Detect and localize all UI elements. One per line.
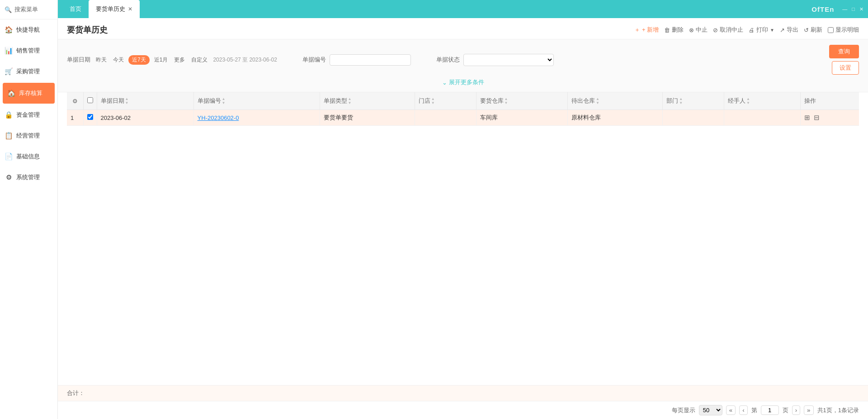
date-range-display: 2023-05-27 至 2023-06-02 (213, 56, 277, 64)
delete-button[interactable]: 🗑 删除 (664, 26, 684, 34)
tab-requisition-history[interactable]: 要货单历史 ✕ (89, 0, 140, 18)
cancel-stop-label: 取消中止 (720, 26, 743, 34)
per-page-select[interactable]: 50 20 100 (699, 405, 722, 415)
sidebar-search[interactable]: 🔍 搜索菜单 (0, 0, 57, 19)
finance-icon: 🔒 (5, 111, 13, 119)
sidebar-item-system[interactable]: ⚙系统管理 (0, 167, 57, 188)
sidebar-item-purchase[interactable]: 🛒采购管理 (0, 61, 57, 82)
first-page-btn[interactable]: « (726, 405, 736, 415)
print-label: 打印 (756, 26, 768, 34)
export-icon: ↗ (780, 27, 785, 33)
date-btn-1month[interactable]: 近1月 (152, 55, 170, 65)
tab-requisition-label: 要货单历史 (96, 5, 125, 13)
col-handler: 经手人 ▲▼ (724, 92, 800, 110)
cell-handler (724, 110, 800, 126)
sales-icon: 📊 (5, 47, 13, 55)
cell-doc-number[interactable]: YH-20230602-0 (193, 110, 320, 126)
page-label: 第 (751, 406, 757, 414)
window-minimize-btn[interactable]: — (842, 6, 847, 12)
cell-doc-type: 要货单要货 (320, 110, 415, 126)
print-icon: 🖨 (749, 27, 755, 33)
purchase-icon: 🛒 (5, 67, 13, 76)
sidebar-item-label: 快捷导航 (16, 26, 40, 34)
query-button[interactable]: 查询 (829, 45, 859, 58)
main-area: 首页 要货单历史 ✕ OfTEn — □ ✕ 要货单历史 ＋ + 新增 🗑 (58, 0, 868, 419)
system-icon: ⚙ (5, 173, 13, 181)
col-department: 部门 ▲▼ (663, 92, 724, 110)
stop-button[interactable]: ⊗ 中止 (689, 26, 708, 34)
row-edit-icon[interactable]: ⊞ (804, 114, 810, 122)
row-more-icon[interactable]: ⊟ (814, 114, 820, 122)
sidebar-item-quick-nav[interactable]: 🏠快捷导航 (0, 19, 57, 40)
export-button[interactable]: ↗ 导出 (780, 26, 798, 34)
sidebar-item-label: 经营管理 (16, 132, 40, 140)
refresh-icon: ↺ (804, 27, 809, 33)
status-select[interactable] (463, 54, 554, 66)
page-number-input[interactable] (761, 405, 779, 415)
sidebar-item-label: 资金管理 (16, 111, 40, 119)
show-detail-label: 显示明细 (835, 26, 859, 34)
brand-label: OfTEn (811, 5, 834, 13)
next-page-btn[interactable]: › (792, 405, 800, 415)
doc-number-input[interactable] (330, 54, 411, 66)
col-settings[interactable]: ⚙ (67, 92, 83, 110)
table-container: ⚙ 单据日期 ▲▼ 单据编号 (58, 92, 868, 385)
date-btn-7days[interactable]: 近7天 (128, 55, 150, 65)
refresh-button[interactable]: ↺ 刷新 (804, 26, 822, 34)
tab-home-label: 首页 (70, 5, 81, 13)
new-label: + 新增 (642, 26, 659, 34)
stop-icon: ⊗ (689, 27, 694, 33)
content-area: 要货单历史 ＋ + 新增 🗑 删除 ⊗ 中止 ⊘ 取消中止 (58, 18, 868, 419)
sidebar-item-label: 基础信息 (16, 152, 40, 161)
date-shortcuts: 昨天 今天 近7天 近1月 更多 自定义 (94, 55, 209, 65)
settings-button[interactable]: 设置 (832, 61, 859, 75)
search-icon: 🔍 (5, 6, 12, 13)
topbar: 首页 要货单历史 ✕ OfTEn — □ ✕ (58, 0, 868, 18)
refresh-label: 刷新 (811, 26, 822, 34)
sidebar-item-sales[interactable]: 📊销售管理 (0, 40, 57, 61)
tab-home[interactable]: 首页 (62, 0, 89, 18)
expand-more-label: 展开更多条件 (449, 78, 484, 86)
tab-close-icon[interactable]: ✕ (128, 6, 132, 12)
show-detail-checkbox[interactable] (828, 27, 834, 33)
pagination-bar: 每页显示 50 20 100 « ‹ 第 页 › » 共1页，1条记录 (58, 401, 868, 419)
window-maximize-btn[interactable]: □ (852, 6, 855, 12)
print-dropdown-icon[interactable]: ▼ (770, 28, 774, 33)
window-close-btn[interactable]: ✕ (859, 6, 863, 12)
cell-pending-warehouse: 原材料仓库 (567, 110, 662, 126)
sidebar-item-label: 采购管理 (16, 67, 40, 76)
status-filter-group: 单据状态 (436, 54, 554, 66)
table-row: 1 2023-06-02 YH-20230602-0 要货单要货 车间库 原材料… (67, 110, 859, 126)
cell-checkbox[interactable] (83, 110, 97, 126)
sidebar-search-label: 搜索菜单 (14, 5, 38, 14)
table-header-row: ⚙ 单据日期 ▲▼ 单据编号 (67, 92, 859, 110)
prev-page-btn[interactable]: ‹ (739, 405, 747, 415)
page-suffix: 页 (783, 406, 788, 414)
show-detail-toggle[interactable]: 显示明细 (828, 26, 859, 34)
date-btn-custom[interactable]: 自定义 (189, 55, 209, 65)
new-button[interactable]: ＋ + 新增 (634, 26, 659, 34)
main-table: ⚙ 单据日期 ▲▼ 单据编号 (67, 92, 859, 126)
sidebar-item-inventory[interactable]: 🏠库存核算 (3, 83, 55, 104)
filter-area: 单据日期 昨天 今天 近7天 近1月 更多 自定义 2023-05-27 至 2… (58, 39, 868, 92)
sidebar-item-basic-info[interactable]: 📄基础信息 (0, 146, 57, 167)
summary-label: 合计： (67, 390, 85, 396)
sidebar-item-label: 库存核算 (19, 89, 42, 97)
last-page-btn[interactable]: » (804, 405, 813, 415)
sidebar-item-finance[interactable]: 🔒资金管理 (0, 105, 57, 125)
date-btn-yesterday[interactable]: 昨天 (94, 55, 108, 65)
doc-number-label: 单据编号 (302, 56, 326, 64)
expand-down-icon: ⌄ (442, 79, 447, 86)
sidebar-item-operations[interactable]: 📋经营管理 (0, 125, 57, 146)
date-filter-group: 单据日期 昨天 今天 近7天 近1月 更多 自定义 2023-05-27 至 2… (67, 55, 277, 65)
print-button[interactable]: 🖨 打印 ▼ (749, 26, 774, 34)
date-btn-today[interactable]: 今天 (111, 55, 126, 65)
cancel-stop-button[interactable]: ⊘ 取消中止 (713, 26, 743, 34)
quick-nav-icon: 🏠 (5, 26, 13, 34)
col-req-warehouse: 要货仓库 ▲▼ (476, 92, 567, 110)
select-all-checkbox[interactable] (87, 97, 93, 103)
expand-more-btn[interactable]: ⌄ 展开更多条件 (67, 78, 859, 86)
page-title: 要货单历史 (67, 24, 108, 35)
date-btn-more[interactable]: 更多 (172, 55, 187, 65)
per-page-label: 每页显示 (672, 406, 695, 414)
